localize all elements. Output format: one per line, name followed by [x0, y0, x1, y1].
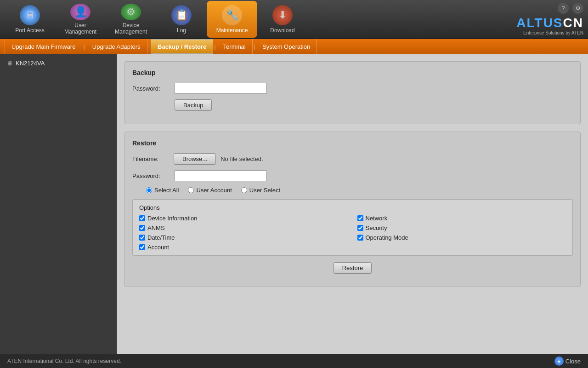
content-area: Backup Password: Backup Restore Filename… [117, 54, 588, 354]
nav-download[interactable]: ⬇ Download [257, 1, 308, 38]
logo: ALTUSCN [516, 16, 583, 30]
option-security-label: Security [366, 224, 387, 231]
main-layout: 🖥 KN2124VA Backup Password: Backup Resto… [0, 54, 588, 354]
option-network[interactable]: Network [357, 215, 566, 222]
browse-button[interactable]: Browse... [174, 153, 216, 165]
nav-user-management-label: User Management [58, 22, 103, 35]
radio-select-all-label: Select All [154, 187, 179, 194]
port-access-icon: 🖥 [20, 5, 40, 25]
radio-user-account[interactable]: User Account [188, 187, 232, 194]
options-title: Options [139, 204, 566, 211]
bottom-bar: ATEN International Co. Ltd. All rights r… [0, 354, 588, 368]
nav-download-label: Download [270, 27, 294, 34]
subnav-upgrade-main-firmware[interactable]: Upgrade Main Firmware [5, 39, 82, 54]
download-icon: ⬇ [272, 5, 293, 25]
device-icon: 🖥 [6, 59, 13, 67]
nav-log-label: Log [177, 27, 186, 34]
option-operating-mode[interactable]: Operating Mode [357, 234, 566, 241]
options-group: Options Device Information Network ANMS [132, 199, 573, 256]
copyright: ATEN International Co. Ltd. All rights r… [7, 358, 121, 364]
restore-button-row: Restore [132, 262, 573, 274]
nav-maintenance[interactable]: 🔧 Maintenance [207, 1, 257, 38]
subnav-terminal[interactable]: Terminal [217, 39, 253, 54]
cb-anms[interactable] [139, 225, 145, 231]
backup-button[interactable]: Backup [175, 99, 212, 111]
restore-button[interactable]: Restore [334, 262, 372, 274]
top-bar: 🖥 Port Access 👤 User Management ⚙ Device… [0, 0, 588, 39]
nav-items: 🖥 Port Access 👤 User Management ⚙ Device… [5, 1, 516, 38]
subnav-upgrade-adapters[interactable]: Upgrade Adapters [86, 39, 147, 54]
radio-user-select-label: User Select [249, 187, 280, 194]
option-date-time-label: Date/Time [147, 234, 175, 241]
sidebar-item-kn2124va[interactable]: 🖥 KN2124VA [4, 58, 113, 69]
sidebar: 🖥 KN2124VA [0, 54, 117, 354]
subnav-backup-restore[interactable]: Backup / Restore [151, 39, 213, 54]
radio-user-select[interactable]: User Select [241, 187, 280, 194]
cb-date-time[interactable] [139, 235, 145, 241]
logo-subtitle: Enterprise Solutions by ATEN [523, 30, 583, 35]
options-grid: Device Information Network ANMS Security [139, 215, 566, 251]
option-account[interactable]: Account [139, 244, 348, 251]
option-anms[interactable]: ANMS [139, 224, 348, 231]
radio-options-row: Select All User Account User Select [132, 187, 573, 194]
option-operating-mode-label: Operating Mode [366, 234, 408, 241]
option-security[interactable]: Security [357, 224, 566, 231]
backup-password-input[interactable] [175, 83, 266, 94]
user-management-icon: 👤 [70, 4, 90, 20]
backup-title: Backup [132, 69, 573, 76]
radio-select-all-input[interactable] [146, 187, 152, 193]
sidebar-item-label: KN2124VA [16, 60, 45, 67]
radio-user-select-input[interactable] [241, 187, 247, 193]
close-icon: ● [554, 356, 564, 366]
backup-password-row: Password: [132, 83, 573, 94]
nav-port-access-label: Port Access [15, 27, 44, 34]
nav-device-management[interactable]: ⚙ Device Management [106, 1, 156, 38]
restore-filename-label: Filename: [132, 155, 169, 162]
option-account-label: Account [147, 244, 169, 251]
sub-nav: Upgrade Main Firmware | Upgrade Adapters… [0, 39, 588, 54]
close-button[interactable]: ● Close [554, 356, 581, 366]
restore-password-input[interactable] [175, 170, 266, 181]
no-file-text: No file selected. [220, 155, 263, 162]
nav-maintenance-label: Maintenance [216, 27, 248, 34]
cb-security[interactable] [357, 225, 363, 231]
device-management-icon: ⚙ [121, 4, 141, 20]
option-anms-label: ANMS [147, 224, 165, 231]
option-device-information-label: Device Information [147, 215, 197, 222]
option-date-time[interactable]: Date/Time [139, 234, 348, 241]
cb-device-information[interactable] [139, 215, 145, 221]
option-network-label: Network [366, 215, 388, 222]
restore-filename-row: Filename: Browse... No file selected. [132, 153, 573, 165]
maintenance-icon: 🔧 [222, 5, 242, 25]
backup-section: Backup Password: Backup [124, 61, 581, 124]
nav-user-management[interactable]: 👤 User Management [55, 1, 106, 38]
settings-icon[interactable]: ⚙ [572, 3, 583, 14]
cb-operating-mode[interactable] [357, 235, 363, 241]
radio-user-account-label: User Account [196, 187, 232, 194]
cb-network[interactable] [357, 215, 363, 221]
restore-section: Restore Filename: Browse... No file sele… [124, 132, 581, 287]
restore-password-row: Password: [132, 170, 573, 181]
close-label: Close [565, 358, 581, 365]
cb-account[interactable] [139, 244, 145, 250]
radio-user-account-input[interactable] [188, 187, 194, 193]
nav-device-management-label: Device Management [108, 22, 153, 35]
restore-title: Restore [132, 139, 573, 147]
restore-password-label: Password: [132, 172, 169, 179]
backup-password-label: Password: [132, 85, 169, 92]
nav-log[interactable]: 📋 Log [156, 1, 207, 38]
backup-button-row: Backup [132, 99, 573, 111]
radio-select-all[interactable]: Select All [146, 187, 179, 194]
logo-area: ? ⚙ ALTUSCN Enterprise Solutions by ATEN [516, 3, 583, 35]
top-icons: ? ⚙ [558, 3, 583, 14]
help-icon[interactable]: ? [558, 3, 569, 14]
nav-port-access[interactable]: 🖥 Port Access [5, 1, 55, 38]
subnav-system-operation[interactable]: System Operation [256, 39, 317, 54]
log-icon: 📋 [171, 5, 192, 25]
option-device-information[interactable]: Device Information [139, 215, 348, 222]
